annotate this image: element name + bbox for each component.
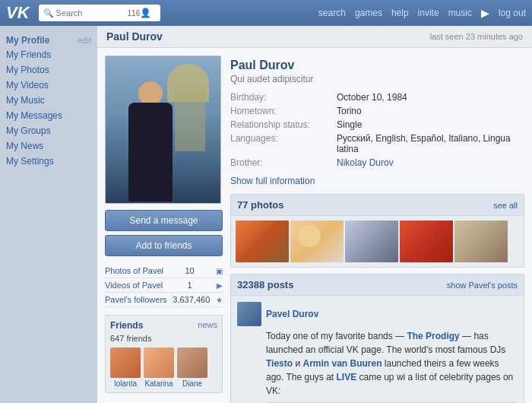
photo-face-1 — [298, 224, 321, 247]
live-link[interactable]: LIVE — [337, 372, 357, 382]
header: VK 🔍 116 👤 search games help invite musi… — [0, 0, 532, 26]
info-section: Paul Durov Qui audet adipiscitur Birthda… — [230, 56, 524, 194]
friends-section: Friends news 647 friends Iolanta Katarin… — [105, 315, 223, 393]
sidebar-item-groups[interactable]: My Groups — [0, 123, 97, 138]
sidebar-item-music[interactable]: My Music — [0, 93, 97, 108]
relationship-value: Single — [337, 119, 362, 130]
photo-thumb-4[interactable] — [454, 221, 508, 262]
user-icon: 👤 — [140, 8, 151, 18]
right-column: Paul Durov Qui audet adipiscitur Birthda… — [230, 56, 524, 403]
send-message-button[interactable]: Send a message — [105, 210, 223, 231]
photo-thumb-0[interactable] — [236, 221, 289, 262]
friends-header: Friends news — [110, 320, 217, 331]
tiesto-link[interactable]: Tiesto — [266, 358, 293, 369]
friends-count: 647 friends — [110, 334, 217, 343]
building-body — [175, 90, 205, 151]
person-body — [128, 103, 173, 202]
info-birthday: Birthday: October 10, 1984 — [230, 92, 524, 103]
add-to-friends-button[interactable]: Add to friends — [105, 235, 223, 256]
friends-news-link[interactable]: news — [198, 320, 217, 331]
sidebar-item-photos[interactable]: My Photos — [0, 62, 97, 78]
posts-title: 32388 posts — [237, 279, 293, 290]
search-box[interactable]: 🔍 116 👤 — [39, 5, 160, 21]
sidebar-item-friends[interactable]: My Friends — [0, 47, 97, 62]
stat-photos-label: Photos of Pavel — [105, 266, 163, 275]
show-posts-link[interactable]: show Pavel's posts — [447, 281, 518, 290]
posts-section-header: 32388 posts show Pavel's posts — [231, 274, 524, 296]
stat-followers-icon: ★ — [216, 296, 223, 304]
content-area: Paul Durov last seen 23 minutes ago — [97, 26, 532, 403]
search-input[interactable] — [56, 8, 125, 17]
birthday-label: Birthday: — [230, 92, 337, 103]
friend-name-1: Katarina — [144, 379, 174, 388]
sidebar-item-news[interactable]: My News — [0, 138, 97, 154]
stat-videos-label: Videos of Pavel — [105, 281, 163, 290]
friend-name-2: Diane — [177, 379, 207, 388]
nav-music[interactable]: music — [448, 8, 472, 18]
languages-label: Languages: — [230, 133, 337, 154]
nav-games[interactable]: games — [355, 8, 382, 18]
armin-link[interactable]: Armin van Buuren — [303, 358, 382, 369]
info-brother: Brother: Nikolay Durov — [230, 157, 524, 168]
show-full-info-link[interactable]: Show full information — [230, 176, 315, 186]
photo-thumb-1[interactable] — [290, 221, 344, 262]
search-icon: 🔍 — [43, 8, 54, 18]
profile-header-bar: Paul Durov last seen 23 minutes ago — [97, 26, 532, 48]
hometown-value: Torino — [337, 106, 362, 116]
stat-videos-icon: ▶ — [217, 281, 223, 290]
photos-see-all-link[interactable]: see all — [493, 201, 518, 210]
photos-section: 77 photos see all — [230, 194, 524, 268]
stat-followers: Pavel's followers 3,637,460 ★ — [105, 293, 223, 307]
post-text: Today one of my favorite bands — The Pro… — [266, 329, 518, 398]
languages-value: Русский, English, Español, Italiano, Lin… — [337, 133, 524, 154]
nav-search[interactable]: search — [318, 8, 346, 18]
info-table: Birthday: October 10, 1984 Hometown: Tor… — [230, 92, 524, 168]
photos-grid — [231, 216, 524, 267]
posts-section: 32388 posts show Pavel's posts Pavel Dur… — [230, 274, 524, 403]
friend-item-0[interactable]: Iolanta — [110, 347, 141, 388]
nav-invite[interactable]: invite — [418, 8, 439, 18]
relationship-label: Relationship status: — [230, 119, 337, 130]
search-count: 116 — [128, 9, 141, 17]
friend-avatar-2 — [177, 347, 207, 378]
friend-item-2[interactable]: Diane — [177, 347, 207, 388]
prodigy-link[interactable]: The Prodigy — [407, 331, 459, 341]
friend-avatar-0 — [110, 347, 141, 378]
profile-full-name: Paul Durov — [230, 59, 524, 72]
photo-thumb-2[interactable] — [345, 221, 398, 262]
main-layout: My Profile edit My Friends My Photos My … — [0, 26, 532, 403]
profile-name-bar: Paul Durov — [106, 30, 163, 43]
brother-link[interactable]: Nikolay Durov — [337, 157, 394, 168]
stats-section: Photos of Pavel 10 ▣ Videos of Pavel 1 ▶… — [105, 264, 223, 307]
profile-photo-inner — [106, 56, 220, 203]
photos-section-header: 77 photos see all — [231, 195, 524, 216]
left-column: Send a message Add to friends Photos of … — [105, 56, 223, 403]
friend-name-0: Iolanta — [110, 379, 141, 388]
last-seen: last seen 23 minutes ago — [430, 32, 523, 41]
post-author-row: Pavel Durov — [237, 302, 518, 326]
stat-photos-value: 10 — [185, 266, 194, 275]
play-icon[interactable]: ▶ — [481, 7, 489, 19]
sidebar-item-messages[interactable]: My Messages — [0, 108, 97, 123]
sidebar-edit-link[interactable]: edit — [78, 36, 91, 45]
info-relationship: Relationship status: Single — [230, 119, 524, 130]
photo-thumb-3[interactable] — [400, 221, 453, 262]
friend-item-1[interactable]: Katarina — [144, 347, 174, 388]
header-nav: search games help invite music ▶ log out — [318, 7, 526, 19]
sidebar-item-videos[interactable]: My Videos — [0, 78, 97, 93]
birthday-value: October 10, 1984 — [337, 92, 407, 103]
friends-title: Friends — [110, 320, 143, 331]
sidebar-item-settings[interactable]: My Settings — [0, 154, 97, 169]
nav-logout[interactable]: log out — [499, 8, 526, 18]
vk-logo: VK — [6, 5, 30, 21]
info-hometown: Hometown: Torino — [230, 106, 524, 116]
post-author-avatar — [237, 302, 261, 326]
brother-value: Nikolay Durov — [337, 157, 394, 168]
brother-label: Brother: — [230, 157, 337, 168]
stat-videos: Videos of Pavel 1 ▶ — [105, 278, 223, 293]
post-author-name[interactable]: Pavel Durov — [266, 309, 318, 319]
profile-body: Send a message Add to friends Photos of … — [97, 48, 532, 403]
stat-followers-value: 3,637,460 — [173, 295, 210, 304]
nav-help[interactable]: help — [391, 8, 409, 18]
stat-photos: Photos of Pavel 10 ▣ — [105, 264, 223, 278]
